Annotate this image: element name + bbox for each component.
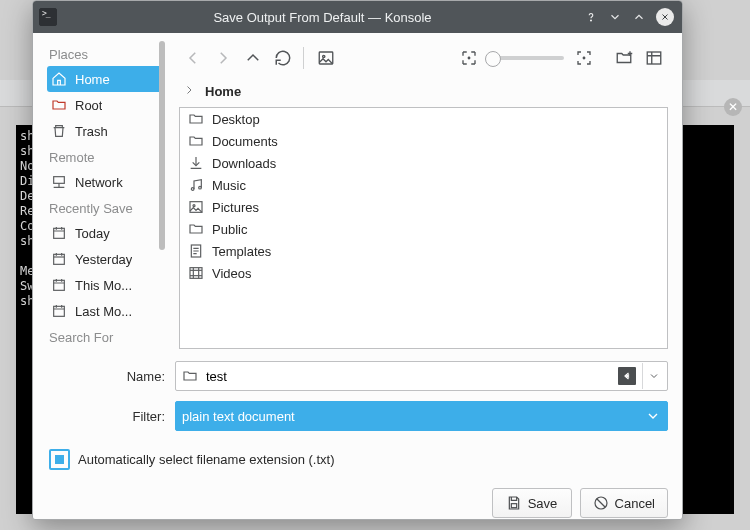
svg-point-23 bbox=[323, 55, 325, 57]
file-item[interactable]: Pictures bbox=[180, 196, 667, 218]
file-item-label: Downloads bbox=[212, 156, 276, 171]
name-input[interactable] bbox=[204, 368, 612, 385]
auto-extension-label: Automatically select filename extension … bbox=[78, 452, 335, 467]
file-item[interactable]: Videos bbox=[180, 262, 667, 284]
cancel-button[interactable]: Cancel bbox=[580, 488, 668, 518]
sidebar-section-header: Search For bbox=[47, 324, 165, 349]
templates-icon bbox=[188, 243, 204, 259]
toolbar bbox=[179, 41, 668, 75]
forward-button[interactable] bbox=[209, 44, 237, 72]
auto-extension-checkbox[interactable]: Automatically select filename extension … bbox=[47, 441, 668, 470]
svg-rect-28 bbox=[647, 52, 661, 64]
folder-icon bbox=[188, 221, 204, 237]
clear-name-button[interactable] bbox=[618, 367, 636, 385]
reload-button[interactable] bbox=[269, 44, 297, 72]
background-window-close-icon[interactable]: ✕ bbox=[724, 98, 742, 116]
folder-red-icon bbox=[51, 97, 67, 113]
trash-icon bbox=[51, 123, 67, 139]
breadcrumb-current[interactable]: Home bbox=[205, 84, 241, 99]
music-icon bbox=[188, 177, 204, 193]
svg-point-25 bbox=[583, 57, 585, 59]
file-item-label: Documents bbox=[212, 134, 278, 149]
konsole-app-icon bbox=[39, 8, 57, 26]
sidebar-item-home[interactable]: Home bbox=[47, 66, 165, 92]
save-button[interactable]: Save bbox=[492, 488, 572, 518]
file-item[interactable]: Public bbox=[180, 218, 667, 240]
options-button[interactable] bbox=[640, 44, 668, 72]
sidebar-item-label: Yesterday bbox=[75, 252, 132, 267]
file-item-label: Desktop bbox=[212, 112, 260, 127]
zoom-slider[interactable] bbox=[489, 56, 564, 60]
folder-icon bbox=[182, 368, 198, 384]
calendar-icon bbox=[51, 303, 67, 319]
download-icon bbox=[188, 155, 204, 171]
sidebar-item-trash[interactable]: Trash bbox=[47, 118, 165, 144]
breadcrumb-chevron-icon bbox=[181, 84, 197, 99]
svg-rect-10 bbox=[54, 254, 65, 264]
svg-point-33 bbox=[199, 186, 202, 189]
window-title: Save Output From Default — Konsole bbox=[67, 10, 578, 25]
svg-line-49 bbox=[597, 499, 605, 507]
zoom-out-button[interactable] bbox=[455, 44, 483, 72]
sidebar-item-lastmonth[interactable]: Last Mo... bbox=[47, 298, 165, 324]
svg-point-32 bbox=[191, 188, 194, 191]
svg-point-24 bbox=[468, 57, 470, 59]
file-list[interactable]: DesktopDocumentsDownloadsMusicPicturesPu… bbox=[179, 107, 668, 349]
sidebar-section-header: Places bbox=[47, 41, 165, 66]
sidebar-item-thismonth[interactable]: This Mo... bbox=[47, 272, 165, 298]
sidebar-section-header: Remote bbox=[47, 144, 165, 169]
file-item[interactable]: Desktop bbox=[180, 108, 667, 130]
cancel-button-label: Cancel bbox=[615, 496, 655, 511]
name-label: Name: bbox=[47, 369, 165, 384]
svg-rect-47 bbox=[511, 504, 516, 508]
svg-point-0 bbox=[591, 20, 592, 21]
name-field[interactable] bbox=[175, 361, 668, 391]
close-button[interactable] bbox=[656, 8, 674, 26]
sidebar-item-label: Last Mo... bbox=[75, 304, 132, 319]
file-item[interactable]: Music bbox=[180, 174, 667, 196]
help-button[interactable] bbox=[580, 6, 602, 28]
svg-rect-14 bbox=[54, 280, 65, 290]
file-item[interactable]: Documents bbox=[180, 130, 667, 152]
titlebar[interactable]: Save Output From Default — Konsole bbox=[33, 1, 682, 33]
sidebar-scrollbar[interactable] bbox=[159, 41, 165, 349]
svg-rect-40 bbox=[190, 268, 202, 279]
network-icon bbox=[51, 174, 67, 190]
file-item[interactable]: Templates bbox=[180, 240, 667, 262]
folder-icon bbox=[188, 133, 204, 149]
sidebar-item-yesterday[interactable]: Yesterday bbox=[47, 246, 165, 272]
sidebar-item-today[interactable]: Today bbox=[47, 220, 165, 246]
sidebar-item-label: This Mo... bbox=[75, 278, 132, 293]
chevron-down-icon bbox=[645, 408, 661, 424]
maximize-button[interactable] bbox=[628, 6, 650, 28]
name-history-dropdown[interactable] bbox=[642, 363, 665, 389]
save-dialog: Save Output From Default — Konsole Place… bbox=[32, 0, 683, 520]
sidebar-item-network[interactable]: Network bbox=[47, 169, 165, 195]
file-item[interactable]: Downloads bbox=[180, 152, 667, 174]
back-button[interactable] bbox=[179, 44, 207, 72]
filter-value: plain text document bbox=[182, 409, 639, 424]
new-folder-button[interactable] bbox=[610, 44, 638, 72]
up-button[interactable] bbox=[239, 44, 267, 72]
calendar-icon bbox=[51, 251, 67, 267]
places-sidebar: PlacesHomeRootTrashRemoteNetworkRecently… bbox=[47, 41, 165, 349]
file-item-label: Templates bbox=[212, 244, 271, 259]
sidebar-item-label: Trash bbox=[75, 124, 108, 139]
minimize-button[interactable] bbox=[604, 6, 626, 28]
sidebar-item-root[interactable]: Root bbox=[47, 92, 165, 118]
home-icon bbox=[51, 71, 67, 87]
file-item-label: Public bbox=[212, 222, 247, 237]
zoom-in-button[interactable] bbox=[570, 44, 598, 72]
file-item-label: Videos bbox=[212, 266, 252, 281]
file-item-label: Pictures bbox=[212, 200, 259, 215]
file-item-label: Music bbox=[212, 178, 246, 193]
sidebar-item-label: Home bbox=[75, 72, 110, 87]
svg-point-35 bbox=[193, 205, 195, 207]
picture-icon bbox=[188, 199, 204, 215]
calendar-icon bbox=[51, 277, 67, 293]
breadcrumb[interactable]: Home bbox=[179, 77, 668, 105]
filter-combobox[interactable]: plain text document bbox=[175, 401, 668, 431]
image-preview-button[interactable] bbox=[312, 44, 340, 72]
sidebar-section-header: Recently Save bbox=[47, 195, 165, 220]
sidebar-item-label: Network bbox=[75, 175, 123, 190]
